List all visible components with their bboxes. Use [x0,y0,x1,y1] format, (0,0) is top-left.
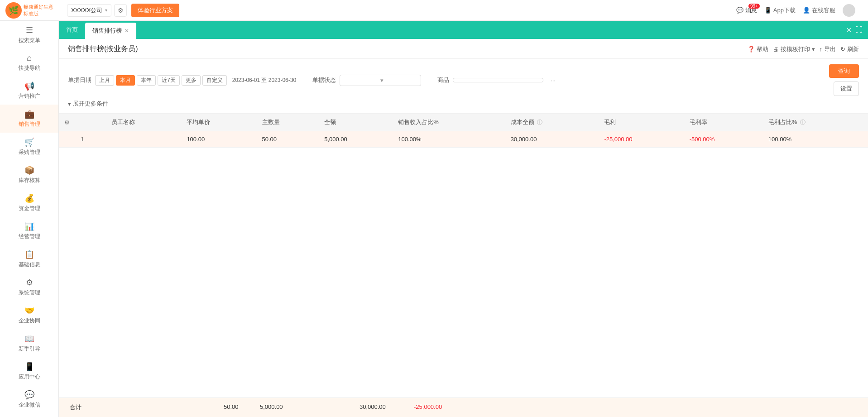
refresh-button[interactable]: ↻ 刷新 [840,45,859,53]
help-button[interactable]: ❓ 帮助 [748,45,768,53]
col-settings[interactable]: ⚙ [59,114,75,131]
logo-area: 🌿 畅康通好生意 标准版 [5,2,63,19]
print-chevron-icon: ▾ [812,46,815,53]
col-qty: 主数量 [257,114,319,131]
sidebar-item-member[interactable]: V 畅会员 [0,413,58,417]
date-filter-label: 单据日期 [68,76,91,84]
filter-area: 单据日期 上月 本月 本年 近7天 更多 自定义 2023-06-01 至 20… [59,59,868,114]
col-cost-amount: 成本全额 ⓘ [505,114,599,131]
tab-home[interactable]: 首页 [59,21,85,39]
message-icon: 💬 [736,7,743,14]
sidebar-item-inventory[interactable]: 📦 库存核算 [0,161,58,189]
date-range-display: 2023-06-01 至 2023-06-30 [232,77,296,84]
sidebar-item-enterprise[interactable]: 🤝 企业协同 [0,301,58,329]
home-icon: ⌂ [27,53,32,63]
footer-amount: 5,000.00 [254,403,300,412]
page-title: 销售排行榜(按业务员) [68,44,138,54]
trial-button[interactable]: 体验行业方案 [131,4,179,17]
cell-gross-ratio: 100.00% [763,131,868,148]
sidebar-item-label: 新手引导 [19,345,40,353]
company-selector[interactable]: XXXXX公司 ▾ [67,4,111,17]
date-btn-custom[interactable]: 自定义 [202,75,227,86]
sidebar-item-system[interactable]: ⚙ 系统管理 [0,273,58,301]
date-btn-last-month[interactable]: 上月 [95,75,114,86]
export-icon: ↑ [820,46,823,53]
sidebar-item-label: 库存核算 [19,177,40,184]
date-filter-buttons: 上月 本月 本年 近7天 更多 自定义 [95,75,227,86]
date-btn-7days[interactable]: 近7天 [158,75,180,86]
sidebar-item-operation[interactable]: 📊 经营管理 [0,217,58,245]
inventory-icon: 📦 [24,165,34,175]
filter-action-buttons: 查询 设置 [829,64,859,96]
col-rank [75,114,106,131]
sidebar-item-label: 快捷导航 [19,64,40,72]
avatar[interactable] [843,4,855,17]
sidebar-item-label: 企业微信 [19,401,40,409]
status-select-chevron: ▾ [380,77,416,84]
sidebar-item-finance[interactable]: 💰 资金管理 [0,189,58,217]
column-settings-icon[interactable]: ⚙ [64,119,70,126]
sidebar-item-basic[interactable]: 📋 基础信息 [0,245,58,273]
message-button[interactable]: 💬 消息 99+ [736,6,757,14]
sidebar-item-marketing[interactable]: 📢 营销推广 [0,77,58,105]
search-menu-icon: ☰ [26,25,33,35]
set-button[interactable]: 设置 [834,81,859,96]
operation-icon: 📊 [24,221,34,231]
more-options-button[interactable]: ··· [551,77,556,84]
system-icon: ⚙ [26,278,33,288]
sidebar: ☰ 搜索菜单 ⌂ 快捷导航 📢 营销推广 💼 销售管理 🛒 采购管理 📦 库 [0,21,59,417]
sidebar-item-label: 销售管理 [19,120,40,128]
settings-icon[interactable]: ⚙ [114,4,127,17]
app-icon: 📱 [764,7,772,14]
app-download-button[interactable]: 📱 App下载 [764,6,796,14]
guide-icon: 📖 [24,334,34,344]
export-button[interactable]: ↑ 导出 [820,45,836,53]
logo-text: 畅康通好生意 标准版 [24,4,53,17]
sidebar-item-search[interactable]: ☰ 搜索菜单 [0,21,58,49]
appcenter-icon: 📱 [24,362,34,372]
tab-sales-ranking[interactable]: 销售排行榜 ✕ [85,23,136,39]
cell-name [106,131,181,148]
print-button[interactable]: 🖨 按模板打印 ▾ [773,45,815,53]
window-close-icon[interactable]: ✕ [846,26,852,34]
sidebar-item-guide[interactable]: 📖 新手引导 [0,329,58,357]
query-button[interactable]: 查询 [829,64,859,78]
top-right-actions: 💬 消息 99+ 📱 App下载 👤 在线客服 [736,4,863,17]
date-btn-this-month[interactable]: 本月 [116,75,135,86]
row-settings [59,131,75,148]
sidebar-item-purchase[interactable]: 🛒 采购管理 [0,133,58,161]
footer-gross: -25,000.00 [408,403,447,412]
marketing-icon: 📢 [24,81,34,91]
online-service-button[interactable]: 👤 在线客服 [803,6,835,14]
sidebar-item-wechat[interactable]: 💬 企业微信 [0,385,58,413]
expand-icon: ▾ [68,101,71,107]
cell-sales-ratio: 100.00% [393,131,505,148]
date-btn-more[interactable]: 更多 [182,75,201,86]
cost-amount-info-icon[interactable]: ⓘ [537,119,542,125]
finance-icon: 💰 [24,193,34,203]
page-header: 销售排行榜(按业务员) ❓ 帮助 🖨 按模板打印 ▾ ↑ 导出 [59,39,868,59]
sidebar-item-sales[interactable]: 💼 销售管理 [0,105,58,133]
goods-input[interactable] [453,78,543,82]
status-filter-label: 单据状态 [312,76,336,84]
footer-cost: 30,000.00 [354,403,408,412]
sidebar-item-appcenter[interactable]: 📱 应用中心 [0,357,58,385]
status-filter: 单据状态 ▾ [312,75,421,86]
tab-close-icon[interactable]: ✕ [125,28,129,34]
expand-more-conditions[interactable]: ▾ 展开更多条件 [68,100,859,108]
sales-icon: 💼 [24,109,34,119]
sidebar-item-label: 采购管理 [19,149,40,156]
window-expand-icon[interactable]: ⛶ [855,26,863,34]
sidebar-item-quicknav[interactable]: ⌂ 快捷导航 [0,49,58,77]
date-btn-this-year[interactable]: 本年 [137,75,156,86]
purchase-icon: 🛒 [24,137,34,147]
col-gross-ratio: 毛利占比% ⓘ [763,114,868,131]
logo-icon: 🌿 [5,2,22,19]
filter-row: 单据日期 上月 本月 本年 近7天 更多 自定义 2023-06-01 至 20… [68,64,859,96]
enterprise-icon: 🤝 [24,306,34,316]
goods-filter-label: 商品 [437,76,449,84]
table-body: 1 100.00 50.00 5,000.00 100.00% 30,000.0… [59,131,868,148]
status-select[interactable]: ▾ [340,75,421,86]
cell-rank: 1 [75,131,106,148]
gross-ratio-info-icon[interactable]: ⓘ [800,119,806,125]
